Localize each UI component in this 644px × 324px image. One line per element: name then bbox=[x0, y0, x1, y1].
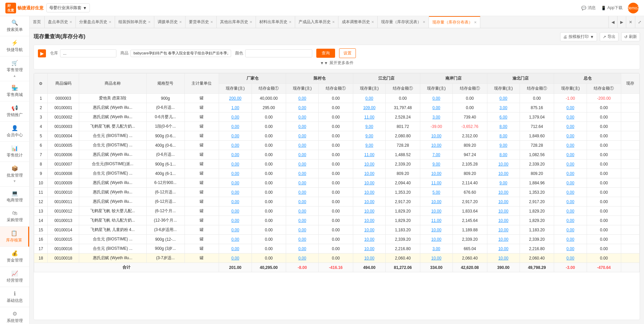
footer-zongcang-cur: -3.00 bbox=[554, 263, 587, 272]
stats-icon: 📊 bbox=[11, 145, 18, 151]
color-input[interactable] bbox=[245, 49, 312, 57]
tab-transfer[interactable]: 调拨单历史 ✕ bbox=[154, 16, 185, 28]
tab-stock-status[interactable]: 现存量（库存状况表） ✕ bbox=[378, 16, 429, 28]
tab-close-icon[interactable]: ✕ bbox=[148, 20, 151, 24]
sidebar-label-mall: 零售商城 bbox=[7, 92, 23, 98]
sidebar-item-inventory[interactable]: 📋 库存核算 bbox=[0, 227, 29, 247]
tab-other-out[interactable]: 其他出库单历史 ✕ bbox=[217, 16, 256, 28]
sidebar-item-ecommerce[interactable]: 💻 电商管理 bbox=[0, 187, 29, 207]
col-changjiacao-money: 结存金额① bbox=[252, 84, 286, 94]
tab-stock-status-label: 现存量（库存状况表） bbox=[381, 19, 421, 25]
warehouse-field: 仓库 bbox=[50, 49, 116, 57]
sidebar-label-marketing: 营销推广 bbox=[7, 112, 23, 118]
col-group-nangan: 南岸门店 bbox=[420, 74, 487, 84]
app-download-btn[interactable]: 📱 App下载 bbox=[601, 5, 623, 11]
tab-partial-check[interactable]: 分量盘点单历史 ✕ bbox=[76, 16, 115, 28]
footer-row: 合计 201.00 40,295.00 -8.00 -416.16 494.00… bbox=[34, 263, 640, 272]
tab-close-icon[interactable]: ✕ bbox=[69, 20, 72, 24]
print-btn[interactable]: 🖨 按模板打印 ▼ bbox=[560, 32, 597, 41]
sidebar-item-quick-nav[interactable]: ⚡ 快捷导航 bbox=[0, 36, 29, 56]
search-toggle-btn[interactable]: ▶ bbox=[38, 49, 46, 57]
table-row: 1300100012飞鹤星飞帆 较大婴儿配...(6-12个月...罐0.000… bbox=[34, 206, 640, 216]
table-row: 1800100018惠氏启赋 (Wyeth illu...(3-7岁适...罐0… bbox=[34, 253, 640, 263]
tab-prev-btn[interactable]: ◀ bbox=[608, 16, 617, 28]
table-row: 500100004合生元 (BIOSTIME) ...900g (0-6...罐… bbox=[34, 131, 640, 141]
color-field: 颜色 bbox=[235, 49, 312, 57]
sidebar-label-purchase: 采购管理 bbox=[7, 217, 23, 223]
tab-close-icon[interactable]: ✕ bbox=[371, 20, 374, 24]
tab-close-icon[interactable]: ✕ bbox=[423, 20, 425, 24]
search-row-1: ▶ 仓库 商品 颜色 查询 设置 bbox=[38, 48, 636, 58]
sidebar-item-finance[interactable]: 💰 资金管理 bbox=[0, 247, 29, 267]
sidebar-item-purchase[interactable]: 🛍 采购管理 bbox=[0, 207, 29, 227]
tab-inventory-check[interactable]: 盘点单历史 ✕ bbox=[45, 16, 76, 28]
col-group-yubei: 渝北门店 bbox=[487, 74, 554, 84]
settings-btn[interactable]: 设置 bbox=[339, 48, 356, 58]
sidebar-item-operations[interactable]: 📈 经营管理 bbox=[0, 267, 29, 287]
tab-stock-dist[interactable]: 现存量（库存分布表） ✕ bbox=[429, 16, 480, 28]
tab-close-all-btn[interactable]: ✕ bbox=[626, 16, 635, 28]
footer-jiangbei-money: 81,272.06 bbox=[386, 263, 420, 272]
col-group-zongcang: 总仓 bbox=[554, 74, 621, 84]
ecommerce-icon: 💻 bbox=[11, 190, 18, 196]
refresh-btn[interactable]: ↺ 刷新 bbox=[621, 32, 640, 41]
sidebar-item-wholesale[interactable]: 📦 批发管理 ▼ bbox=[0, 162, 29, 187]
expand-conditions-btn[interactable]: ▼▼ 展开更多条件 bbox=[320, 60, 354, 66]
table-row: 700100006惠氏启赋 (Wyeth illu...(0-6月适...罐0.… bbox=[34, 150, 640, 159]
purchase-icon: 🛍 bbox=[12, 210, 17, 216]
table-row: 1600100015合生元 (BIOSTIME) ...900g (12-...… bbox=[34, 235, 640, 244]
tab-other-out-label: 其他出库单历史 bbox=[220, 19, 248, 25]
sidebar-item-mall[interactable]: 🏪 零售商城 bbox=[0, 81, 29, 101]
col-group-changjiacao: 厂家仓 bbox=[219, 74, 286, 84]
sidebar-item-retail-stats[interactable]: 📊 零售统计 bbox=[0, 142, 29, 162]
tab-cost-adjust[interactable]: 成本调整单历史 ✕ bbox=[338, 16, 378, 28]
message-label: 消息 bbox=[588, 5, 596, 11]
sidebar-item-member[interactable]: 👤 会员中心 bbox=[0, 122, 29, 142]
col-group-chencun: 陈村仓 bbox=[286, 74, 353, 84]
query-btn[interactable]: 查询 bbox=[316, 49, 335, 58]
col-zongcang-money: 结存金额① bbox=[587, 84, 621, 94]
export-btn[interactable]: ↗ 导出 bbox=[600, 32, 619, 41]
sidebar-item-retail-mgmt[interactable]: 🛒 零售管理 ▲ bbox=[0, 56, 29, 81]
sidebar-label-basic-info: 基础信息 bbox=[7, 298, 23, 304]
tab-material-out[interactable]: 材料出库单历史 ✕ bbox=[256, 16, 295, 28]
tab-material-out-label: 材料出库单历史 bbox=[259, 19, 287, 25]
footer-chencun-cur: -8.00 bbox=[286, 263, 319, 272]
tab-close-icon[interactable]: ✕ bbox=[210, 20, 213, 24]
sidebar-label-finance: 资金管理 bbox=[7, 258, 23, 263]
tab-stock-dist-label: 现存量（库存分布表） bbox=[432, 19, 473, 25]
tab-expand-btn[interactable]: ⤢ bbox=[635, 16, 644, 28]
tab-close-icon[interactable]: ✕ bbox=[179, 20, 182, 24]
export-label: 导出 bbox=[607, 34, 615, 40]
sidebar-item-search[interactable]: 🔍 搜索英单 bbox=[0, 16, 29, 36]
search-area: ▶ 仓库 商品 颜色 查询 设置 ▼▼ 展开更多 bbox=[34, 45, 640, 70]
tab-close-icon[interactable]: ✕ bbox=[332, 20, 335, 24]
table-row: 1700100016合生元 (BIOSTIME) ...900g (3岁...罐… bbox=[34, 244, 640, 253]
print-icon: 🖨 bbox=[563, 35, 567, 39]
sidebar-item-marketing[interactable]: 📢 营销推广 bbox=[0, 101, 29, 122]
refresh-label: 刷新 bbox=[629, 34, 637, 40]
tab-home[interactable]: 首页 bbox=[30, 16, 45, 28]
tab-close-icon[interactable]: ✕ bbox=[289, 20, 291, 24]
warehouse-input[interactable] bbox=[60, 49, 116, 57]
col-settings[interactable]: ⚙ bbox=[34, 74, 48, 94]
industry-label: 母婴行业演示陈套 bbox=[49, 5, 82, 11]
goods-input[interactable] bbox=[130, 50, 231, 57]
avatar[interactable]: demo2 bbox=[628, 3, 639, 13]
footer-chencun-money: -416.16 bbox=[319, 263, 353, 272]
col-extra: 现存 bbox=[621, 74, 640, 94]
tab-order[interactable]: 要货单历史 ✕ bbox=[185, 16, 217, 28]
tab-partial-check-label: 分量盘点单历史 bbox=[79, 19, 107, 25]
tab-close-icon[interactable]: ✕ bbox=[250, 20, 252, 24]
industry-select[interactable]: 母婴行业演示陈套 ▼ bbox=[46, 3, 90, 12]
tab-close-icon[interactable]: ✕ bbox=[109, 20, 111, 24]
sidebar-item-basic-info[interactable]: ℹ 基础信息 bbox=[0, 287, 29, 307]
marketing-icon: 📢 bbox=[11, 105, 18, 111]
tab-product-in[interactable]: 产成品入库单历史 ✕ bbox=[295, 16, 338, 28]
tab-next-btn[interactable]: ▶ bbox=[617, 16, 626, 28]
wholesale-arrow-icon: ▼ bbox=[13, 179, 16, 183]
tab-close-icon[interactable]: ✕ bbox=[474, 20, 477, 24]
tab-assembly[interactable]: 组装拆卸单历史 ✕ bbox=[115, 16, 154, 28]
sidebar-item-system[interactable]: ⚙ 系统管理 bbox=[0, 307, 29, 324]
message-btn[interactable]: 💬 消息 bbox=[581, 5, 596, 11]
